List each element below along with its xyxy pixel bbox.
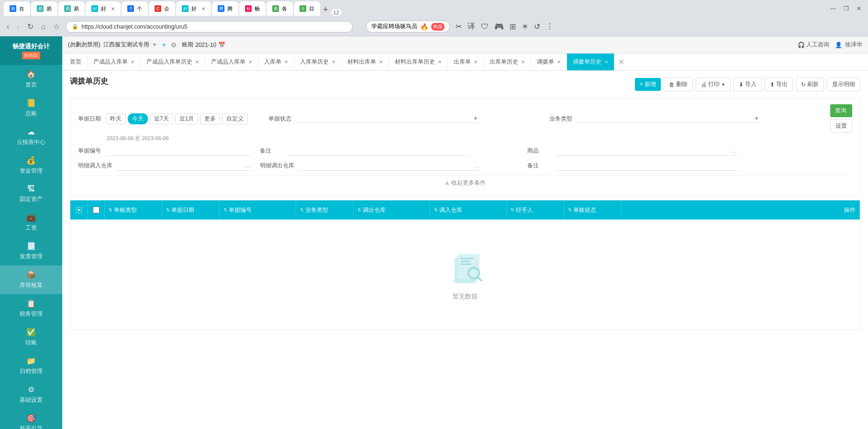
sidebar-item-fund[interactable]: 💰 资金管理 <box>0 151 62 180</box>
app-tab-finished-in[interactable]: 产成品入库单 ✕ <box>88 54 141 71</box>
app-tab-close-finished-in-hist[interactable]: ✕ <box>195 59 199 65</box>
sidebar-item-invoice[interactable]: 🧾 发票管理 <box>0 237 62 265</box>
app-tab-material-out-hist[interactable]: 材料出库单历史 ✕ <box>389 54 448 71</box>
detail-remark-input[interactable] <box>555 161 737 171</box>
goods-input[interactable] <box>555 146 731 155</box>
goods-more-icon[interactable]: … <box>731 147 737 154</box>
browser-tab-5[interactable]: 个 个 <box>122 1 148 16</box>
calendar-icon[interactable]: 📅 <box>218 42 225 48</box>
browser-tab-1[interactable]: 新 在 <box>4 1 30 16</box>
add-button[interactable]: + 新增 <box>635 78 661 91</box>
print-button[interactable]: 🖨 打印 ▼ <box>696 77 731 91</box>
date-7days-btn[interactable]: 近7天 <box>150 113 173 124</box>
app-tab-close-finished-in[interactable]: ✕ <box>131 59 134 65</box>
forward-button[interactable]: › <box>15 21 21 33</box>
th-date[interactable]: ⇅ 单据日期 <box>162 200 220 220</box>
service-button[interactable]: 🎧 人工咨询 <box>798 41 829 49</box>
sidebar-item-payroll[interactable]: 💼 工资 <box>0 208 62 237</box>
browser-tab-11[interactable]: S 目 <box>294 1 320 16</box>
th-status[interactable]: ⇅ 单账状态 <box>564 200 622 220</box>
query-button[interactable]: 查询 <box>830 104 852 117</box>
app-tab-close-in-hist[interactable]: ✕ <box>332 59 335 65</box>
sidebar-item-fixed-assets[interactable]: 🏗 固定资产 <box>0 180 62 208</box>
sidebar-item-report[interactable]: ☁ 云报表中心 <box>0 122 62 151</box>
close-button[interactable]: ✕ <box>854 4 864 13</box>
search-bar[interactable]: 学霸应聘场驱鸟员 🔥 热搜 <box>366 21 450 33</box>
reload-button[interactable]: ↻ <box>25 20 35 33</box>
detail-in-wh-input[interactable] <box>116 161 245 170</box>
th-checkbox[interactable] <box>88 200 105 220</box>
business-type-select[interactable]: ▼ <box>577 114 759 123</box>
collapse-button[interactable]: ∧ 收起更多条件 <box>78 176 852 190</box>
minimize-button[interactable]: — <box>827 4 839 13</box>
date-custom-btn[interactable]: 自定义 <box>222 113 248 124</box>
th-to-wh[interactable]: ⇅ 调入仓库 <box>430 200 507 220</box>
detail-out-wh-more-icon[interactable]: … <box>474 162 480 169</box>
company-selector[interactable]: (勿删勿禁用) 江西服宝测试专用 ▼ <box>68 41 157 49</box>
app-tab-finished-in-hist[interactable]: 产成品入库单历史 ✕ <box>141 54 205 71</box>
app-tab-out-hist[interactable]: 出库单历史 ✕ <box>484 54 531 71</box>
detail-in-wh-more-icon[interactable]: … <box>245 162 250 169</box>
sidebar-item-inventory[interactable]: 📦 库存核算 <box>0 265 62 294</box>
new-tab-button[interactable]: + <box>321 4 330 16</box>
remark-input[interactable] <box>288 146 469 156</box>
date-yesterday-btn[interactable]: 昨天 <box>106 113 126 124</box>
delete-button[interactable]: 🗑 删除 <box>664 77 693 91</box>
app-tab-close-material-out-hist[interactable]: ✕ <box>438 59 442 65</box>
menu-icon[interactable]: ⋮ <box>546 22 554 31</box>
app-tab-close-finished-in2[interactable]: ✕ <box>248 59 252 65</box>
sidebar-item-ledger[interactable]: 📒 总账 <box>0 94 62 122</box>
browser-tab-8[interactable]: 腾 腾 <box>212 1 238 16</box>
th-type[interactable]: ⇅ 单账类型 <box>105 200 162 220</box>
browser-tab-6[interactable]: C 企 <box>149 1 175 16</box>
th-business[interactable]: ⇅ 业务类型 <box>296 200 354 220</box>
th-number[interactable]: ⇅ 单据编号 <box>220 200 296 220</box>
restore-button[interactable]: ❐ <box>841 4 852 13</box>
app-tab-material-out[interactable]: 材料出库单 ✕ <box>342 54 389 71</box>
app-tab-close-transfer[interactable]: ✕ <box>557 59 561 65</box>
close-all-tabs-button[interactable]: ✕ <box>614 57 628 66</box>
filter-settings-button[interactable]: 设置 <box>830 119 852 133</box>
add-company-button[interactable]: + <box>162 41 166 49</box>
th-handler[interactable]: ⇅ 经手人 <box>507 200 564 220</box>
status-select[interactable]: ▼ <box>296 114 478 123</box>
app-tab-out[interactable]: 出库单 ✕ <box>448 54 484 71</box>
sidebar-item-home[interactable]: 🏠 首页 <box>0 65 62 94</box>
app-tab-home[interactable]: 首页 <box>64 54 88 71</box>
address-bar[interactable]: 🔒 https://cloud.chanjet.com/accounting/u… <box>66 21 353 33</box>
app-tab-close-out[interactable]: ✕ <box>474 59 478 65</box>
tab-close-4[interactable]: ✕ <box>111 6 115 11</box>
app-tab-close-out-hist[interactable]: ✕ <box>521 59 525 65</box>
date-1month-btn[interactable]: 近1月 <box>175 113 199 124</box>
sidebar-item-tax[interactable]: 📋 税务管理 <box>0 294 62 323</box>
bookmark-button[interactable]: ☆ <box>51 20 62 33</box>
app-tab-close-in[interactable]: ✕ <box>284 59 288 65</box>
display-button[interactable]: 显示明细 <box>827 77 860 91</box>
date-more-btn[interactable]: 更多 <box>200 113 220 124</box>
select-all-checkbox[interactable] <box>93 207 100 213</box>
app-tab-in-hist[interactable]: 入库单历史 ✕ <box>294 54 342 71</box>
sidebar-item-guide[interactable]: 🎯 新手引导 <box>0 409 62 429</box>
sidebar-item-settings[interactable]: ⚙ 基础设置 <box>0 380 62 409</box>
user-info[interactable]: 👤 徐泽华 <box>835 41 862 49</box>
refresh-button[interactable]: ↻ 刷新 <box>796 77 824 91</box>
browser-tab-9[interactable]: M 畅 <box>239 1 266 16</box>
app-tab-finished-in2[interactable]: 产成品入库单 ✕ <box>205 54 258 71</box>
tab-close-7[interactable]: ✕ <box>201 6 205 11</box>
app-tab-close-transfer-hist[interactable]: ✕ <box>604 59 608 65</box>
browser-tab-2[interactable]: 易 易 <box>31 1 57 16</box>
voucher-no-input[interactable] <box>106 146 250 156</box>
browser-tab-3[interactable]: 易 易 <box>58 1 85 16</box>
browser-tab-7[interactable]: 好 好 ✕ <box>176 1 211 16</box>
browser-tab-10[interactable]: 各 各 <box>267 1 293 16</box>
app-tab-close-material-out[interactable]: ✕ <box>379 59 383 65</box>
detail-out-wh-input[interactable] <box>298 161 474 170</box>
export-button[interactable]: ⬆ 导出 <box>765 77 793 91</box>
import-button[interactable]: ⬇ 导入 <box>734 77 762 91</box>
home-button[interactable]: ⌂ <box>39 21 48 33</box>
company-settings-button[interactable]: ⚙ <box>171 41 177 49</box>
sidebar-item-close[interactable]: ✅ 结账 <box>0 323 62 352</box>
app-tab-transfer[interactable]: 调拨单 ✕ <box>531 54 567 71</box>
app-tab-in[interactable]: 入库单 ✕ <box>258 54 294 71</box>
th-settings[interactable] <box>70 200 88 220</box>
